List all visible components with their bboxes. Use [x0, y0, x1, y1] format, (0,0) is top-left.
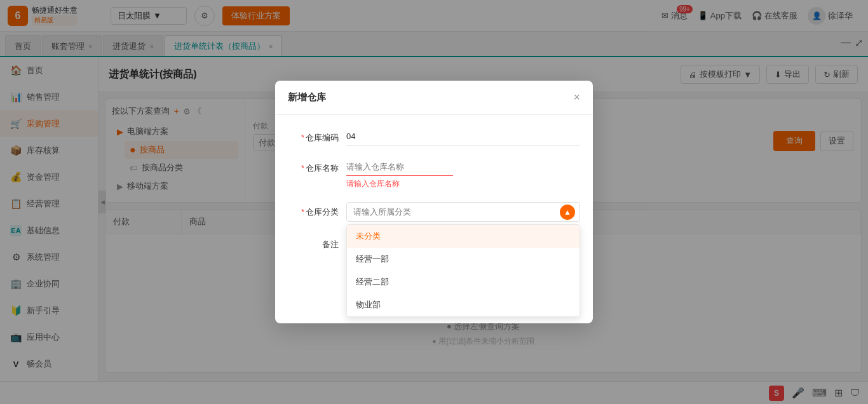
- modal-header: 新增仓库 ×: [275, 81, 593, 115]
- category-arrow-icon[interactable]: ▲: [560, 205, 575, 220]
- dropdown-item-dept1[interactable]: 经营一部: [347, 248, 580, 271]
- modal-close-icon[interactable]: ×: [573, 91, 580, 104]
- modal-overlay: 新增仓库 × *仓库编码 *仓库名称: [0, 0, 868, 404]
- name-label: *仓库名称: [288, 158, 339, 174]
- code-label: *仓库编码: [288, 128, 339, 144]
- warehouse-code-input[interactable]: [346, 128, 580, 145]
- new-warehouse-modal: 新增仓库 × *仓库编码 *仓库名称: [275, 81, 593, 323]
- category-select-wrapper: ▲ 未分类 经营一部 经营二部 物业部: [346, 202, 580, 222]
- remark-label: 备注: [288, 234, 339, 250]
- warehouse-category-row: *仓库分类 ▲ 未分类 经营一部 经营二部 物业部: [288, 202, 580, 222]
- warehouse-name-input[interactable]: [346, 158, 453, 175]
- name-error-message: 请输入仓库名称: [346, 179, 400, 188]
- category-label: *仓库分类: [288, 202, 339, 218]
- modal-body: *仓库编码 *仓库名称 请输入仓库名称: [275, 115, 593, 285]
- category-dropdown: 未分类 经营一部 经营二部 物业部: [346, 224, 580, 317]
- category-input[interactable]: [346, 202, 580, 222]
- dropdown-item-dept2[interactable]: 经营二部: [347, 271, 580, 293]
- dropdown-item-unclassified[interactable]: 未分类: [347, 225, 580, 248]
- dropdown-item-dept3[interactable]: 物业部: [347, 293, 580, 316]
- warehouse-name-row: *仓库名称 请输入仓库名称: [288, 158, 580, 189]
- warehouse-code-row: *仓库编码: [288, 128, 580, 145]
- modal-title: 新增仓库: [288, 91, 326, 104]
